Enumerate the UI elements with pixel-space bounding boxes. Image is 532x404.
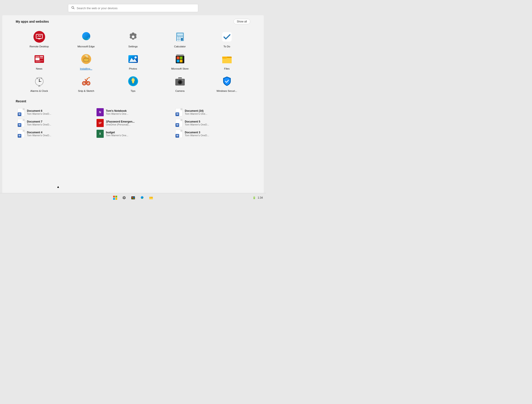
recent-doc3-icon: W (175, 130, 183, 137)
svg-rect-16 (177, 38, 179, 39)
app-news[interactable]: News (16, 50, 63, 73)
recent-doc34-icon: W (175, 109, 183, 116)
recent-item-doc34[interactable]: W Document (34) Tom Warren's One... (173, 107, 250, 117)
taskbar: 🔋 1:34 (0, 193, 266, 202)
recent-item-doc3[interactable]: W Document 3 Tom Warren's OneD... (173, 129, 250, 139)
taskbar-right-area: 🔋 1:34 (253, 196, 263, 199)
app-files[interactable]: Files (203, 50, 250, 73)
photos-icon (127, 53, 139, 65)
recent-item-doc7[interactable]: W Document 7 Tom Warren's OneD... (16, 118, 93, 128)
app-snip-sketch[interactable]: Snip & Sketch (63, 73, 109, 95)
store-icon (174, 53, 186, 65)
settings-icon (127, 31, 139, 43)
svg-point-38 (134, 56, 137, 59)
app-camera[interactable]: Camera (157, 73, 203, 95)
app-windows-security[interactable]: Windows Securi... (203, 73, 250, 95)
recent-item-doc6[interactable]: W Document 6 Tom Warren's OneD... (16, 107, 93, 117)
app-calculator[interactable]: Calculator (157, 28, 203, 50)
svg-rect-82 (113, 198, 115, 200)
recent-doc5-name: Document 5 (185, 120, 209, 123)
recent-budget-icon: X (96, 130, 104, 137)
recent-doc3-location: Tom Warren's OneD... (185, 134, 209, 137)
app-remote-desktop-label: Remote Desktop (30, 45, 49, 48)
svg-rect-40 (177, 57, 179, 59)
apps-grid: Remote Desktop (16, 28, 250, 95)
recent-doc3-name: Document 3 (185, 131, 209, 134)
recent-doc34-name: Document (34) (185, 109, 207, 113)
app-security-label: Windows Securi... (216, 89, 237, 93)
app-settings[interactable]: Settings (109, 28, 157, 50)
app-camera-label: Camera (175, 89, 184, 93)
files-icon (221, 53, 233, 65)
svg-rect-14 (179, 37, 181, 38)
svg-rect-12 (177, 33, 183, 36)
app-installing[interactable]: Installing... (63, 50, 109, 73)
taskbar-start-button[interactable] (112, 194, 119, 201)
recent-item-notebook[interactable]: N Tom's Notebook Tom Warren's One... (95, 107, 171, 117)
app-todo[interactable]: To Do (203, 28, 250, 50)
recent-item-doc4[interactable]: W Document 4 Tom Warren's OneD... (16, 129, 93, 139)
svg-rect-29 (35, 62, 40, 62)
svg-rect-20 (179, 40, 181, 41)
recent-1password-icon: 1P (96, 120, 104, 126)
recent-doc7-name: Document 7 (27, 120, 51, 123)
svg-rect-80 (113, 196, 115, 197)
remote-desktop-icon (33, 31, 45, 43)
recent-section-title: Recent (16, 99, 26, 103)
svg-rect-86 (132, 197, 133, 198)
svg-rect-47 (222, 57, 227, 58)
recent-doc4-location: Tom Warren's OneD... (27, 134, 51, 137)
app-photos-label: Photos (129, 67, 137, 70)
search-area (0, 0, 266, 15)
svg-rect-25 (40, 56, 43, 57)
recent-item-1password[interactable]: 1P 1Password Emergen... OneDrive (Person… (95, 118, 171, 128)
svg-rect-68 (132, 82, 134, 82)
svg-point-84 (123, 197, 125, 198)
alarms-clock-icon (33, 75, 45, 88)
svg-rect-24 (35, 56, 39, 58)
app-tips[interactable]: Tips (109, 73, 157, 95)
svg-point-60 (87, 82, 89, 84)
app-alarms-clock[interactable]: Alarms & Clock (16, 73, 63, 95)
search-box[interactable] (68, 4, 198, 12)
svg-rect-5 (38, 39, 40, 39)
show-all-button[interactable]: Show all (234, 19, 250, 24)
recent-1password-name: 1Password Emergen... (106, 120, 135, 123)
recent-doc6-location: Tom Warren's OneD... (27, 113, 51, 115)
app-remote-desktop[interactable]: Remote Desktop (16, 28, 63, 50)
recent-doc5-icon: W (175, 120, 183, 126)
recent-item-budget[interactable]: X budget Tom Warren's One... (95, 129, 171, 139)
app-installing-label: Installing... (80, 67, 92, 70)
app-photos[interactable]: Photos (109, 50, 157, 73)
edge-icon (80, 31, 93, 43)
taskbar-settings-button[interactable] (121, 194, 127, 201)
taskbar-store-button[interactable] (130, 194, 136, 201)
svg-point-78 (179, 81, 180, 82)
todo-icon (221, 31, 233, 43)
recent-item-doc5[interactable]: W Document 5 Tom Warren's OneD... (173, 118, 250, 128)
recent-doc7-icon: W (18, 120, 25, 126)
app-microsoft-edge[interactable]: Microsoft Edge (63, 28, 109, 50)
app-store[interactable]: Microsoft Store (157, 50, 203, 73)
svg-rect-27 (40, 58, 43, 59)
recent-section-header: Recent (16, 99, 250, 103)
search-icon (71, 6, 75, 10)
recent-doc7-location: Tom Warren's OneD... (27, 123, 51, 126)
svg-line-1 (73, 8, 74, 9)
svg-point-10 (132, 35, 134, 38)
search-input[interactable] (77, 6, 195, 10)
svg-rect-89 (133, 198, 134, 199)
app-files-label: Files (224, 67, 229, 70)
calculator-icon (174, 31, 186, 43)
recent-doc4-icon: W (18, 130, 25, 137)
svg-rect-15 (181, 37, 183, 38)
svg-rect-79 (182, 80, 184, 81)
taskbar-edge-button[interactable] (139, 194, 146, 201)
svg-point-2 (33, 31, 45, 43)
svg-line-70 (132, 78, 133, 78)
recent-budget-location: Tom Warren's One... (106, 134, 128, 137)
svg-rect-87 (133, 197, 134, 198)
svg-rect-43 (180, 60, 183, 62)
svg-point-67 (132, 78, 135, 82)
taskbar-file-explorer-button[interactable] (148, 194, 154, 201)
